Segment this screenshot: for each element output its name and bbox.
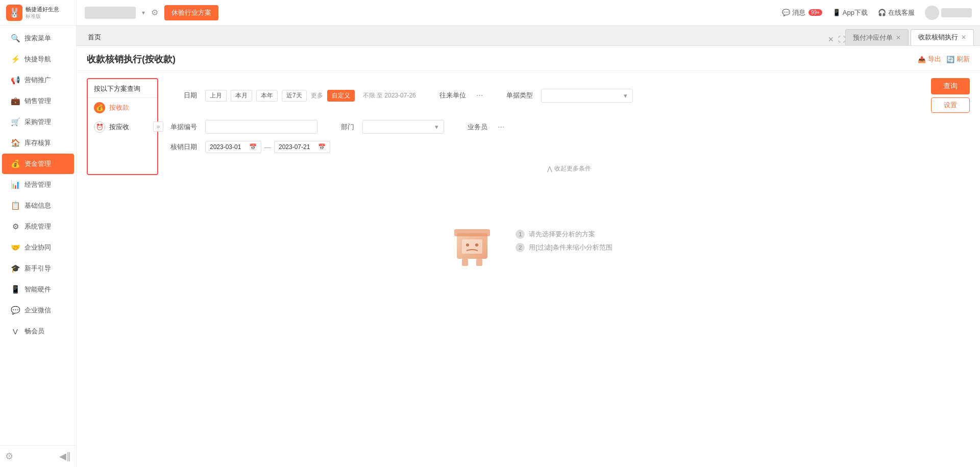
nav-icon-9: ⚙ (10, 222, 20, 232)
partner-more-dots[interactable]: ··· (476, 91, 483, 100)
sidebar-item-采购管理[interactable]: 🛒采购管理 (2, 112, 74, 132)
sidebar-item-库存核算[interactable]: 🏠库存核算 (2, 133, 74, 153)
empty-state: 1 请先选择要分析的方案 2 用[过滤]条件来缩小分析范围 (77, 182, 980, 300)
filter-main: 日期 上月 本月 本年 近7天 更多 自定义 不限 至 2023-07-26 往… (168, 78, 970, 175)
nav-icon-11: 🎓 (10, 263, 20, 274)
sidebar-item-销售管理[interactable]: 💼销售管理 (2, 91, 74, 111)
online-service-item[interactable]: 🎧 在线客服 (878, 8, 915, 17)
filter-row-2: 单据编号 部门 ▾ 业务员 ··· (168, 120, 970, 134)
staff-label: 业务员 (468, 122, 487, 132)
step-num-1: 1 (516, 230, 525, 239)
tab-bar: 首页预付冲应付单✕收款核销执行✕ ✕ ⛶ (77, 26, 980, 46)
svg-point-4 (475, 243, 478, 247)
topbar-gear-icon[interactable]: ⚙ (151, 8, 158, 17)
tab-1[interactable]: 预付冲应付单✕ (845, 29, 909, 45)
sidebar-item-资金管理[interactable]: 💰资金管理 (2, 154, 74, 174)
page-title: 收款核销执行(按收款) (87, 53, 176, 65)
doc-number-label: 单据编号 (168, 122, 197, 132)
staff-more-dots[interactable]: ··· (498, 122, 504, 132)
calendar-icon-end: 📅 (318, 143, 326, 151)
header-actions: 📤 导出 🔄 刷新 (918, 55, 970, 64)
dept-select[interactable]: ▾ (362, 120, 444, 134)
collapse-up-icon: ⋀ (547, 165, 552, 173)
svg-rect-2 (462, 239, 482, 254)
collapse-sidebar-icon[interactable]: ◀‖ (59, 451, 71, 462)
sidebar-nav: 🔍搜索菜单⚡快捷导航📢营销推广💼销售管理🛒采购管理🏠库存核算💰资金管理📊经营管理… (0, 26, 76, 445)
sidebar-item-新手引导[interactable]: 🎓新手引导 (2, 258, 74, 279)
doc-number-input[interactable] (205, 120, 317, 134)
user-name (941, 8, 972, 17)
nav-icon-1: ⚡ (10, 54, 20, 64)
nav-icon-8: 📋 (10, 201, 20, 211)
sidebar-item-基础信息[interactable]: 📋基础信息 (2, 195, 74, 216)
sidebar-item-畅会员[interactable]: V畅会员 (2, 321, 74, 341)
sidebar-bottom: ⚙ ◀‖ (0, 445, 76, 467)
date-label: 日期 (168, 91, 197, 100)
nav-icon-2: 📢 (10, 75, 20, 85)
app-download-item[interactable]: 📱 App下载 (832, 8, 868, 17)
tab-close-1[interactable]: ✕ (896, 34, 901, 41)
query-button[interactable]: 查询 (931, 78, 970, 94)
messages-item[interactable]: 💬 消息 99+ (782, 8, 822, 17)
date-this-year[interactable]: 本年 (256, 90, 278, 102)
filter-option-by-receipt[interactable]: 💰 按收款 (88, 98, 157, 117)
empty-illustration (444, 213, 500, 269)
content-inner: 收款核销执行(按收款) 📤 导出 🔄 刷新 按以下方案查询 (77, 46, 980, 467)
date-last-month[interactable]: 上月 (205, 90, 227, 102)
topbar: ▾ ⚙ 休验行业方案 💬 消息 99+ 📱 App下载 🎧 在线客服 (77, 0, 980, 26)
sidebar-item-企业协同[interactable]: 🤝企业协同 (2, 237, 74, 258)
app-icon: 📱 (832, 9, 841, 16)
tab-close-2[interactable]: ✕ (961, 34, 966, 41)
empty-step-1: 1 请先选择要分析的方案 (516, 230, 595, 239)
chevron-down-icon: ▾ (624, 92, 627, 100)
expand-window-icon[interactable]: ⛶ (838, 35, 845, 43)
doc-type-label: 单据类型 (506, 91, 533, 100)
filter-actions: 查询 设置 (931, 78, 970, 113)
empty-step-2: 2 用[过滤]条件来缩小分析范围 (516, 243, 612, 252)
svg-rect-5 (462, 259, 468, 266)
user-area[interactable] (925, 6, 972, 20)
filter-area: 按以下方案查询 💰 按收款 ⏰ 按应收 » 日期 (77, 71, 980, 182)
message-icon: 💬 (782, 9, 790, 16)
sidebar: 🐰 畅捷通好生意 标准版 🔍搜索菜单⚡快捷导航📢营销推广💼销售管理🛒采购管理🏠库… (0, 0, 77, 467)
svg-rect-1 (454, 229, 490, 236)
export-button[interactable]: 📤 导出 (918, 55, 941, 64)
nav-icon-12: 📱 (10, 284, 20, 294)
sidebar-item-搜索菜单[interactable]: 🔍搜索菜单 (2, 28, 74, 48)
date-nolimit: 不限 至 2023-07-26 (363, 91, 416, 100)
doc-type-select[interactable]: ▾ (541, 89, 633, 103)
step-num-2: 2 (516, 243, 525, 252)
filter-sidebar-collapse[interactable]: » (153, 121, 163, 132)
filter-sidebar: 按以下方案查询 💰 按收款 ⏰ 按应收 » (87, 78, 158, 175)
topbar-chevron-icon[interactable]: ▾ (142, 9, 145, 16)
dept-chevron-icon: ▾ (435, 123, 438, 131)
date-this-month[interactable]: 本月 (231, 90, 252, 102)
sidebar-item-系统管理[interactable]: ⚙系统管理 (2, 216, 74, 237)
settings-icon[interactable]: ⚙ (5, 451, 13, 462)
receivable-icon: ⏰ (94, 121, 105, 133)
verify-date-start-input[interactable]: 2023-03-01 📅 (205, 141, 261, 153)
sidebar-item-企业微信[interactable]: 💬企业微信 (2, 300, 74, 321)
tab-0[interactable]: 首页 (81, 29, 108, 45)
filter-option-by-receivable[interactable]: ⏰ 按应收 (88, 117, 157, 137)
nav-icon-5: 🏠 (10, 138, 20, 148)
nav-icon-7: 📊 (10, 180, 20, 190)
industry-button[interactable]: 休验行业方案 (164, 5, 218, 20)
date-custom[interactable]: 自定义 (327, 90, 355, 102)
sidebar-item-经营管理[interactable]: 📊经营管理 (2, 175, 74, 195)
nav-icon-13: 💬 (10, 305, 20, 315)
refresh-button[interactable]: 🔄 刷新 (946, 55, 970, 64)
tab-2[interactable]: 收款核销执行✕ (911, 29, 974, 45)
nav-icon-14: V (10, 326, 20, 336)
date-more[interactable]: 更多 (311, 91, 323, 100)
avatar (925, 6, 939, 20)
sidebar-item-营销推广[interactable]: 📢营销推广 (2, 70, 74, 90)
sidebar-item-快捷导航[interactable]: ⚡快捷导航 (2, 49, 74, 69)
verify-date-end-input[interactable]: 2023-07-21 📅 (274, 141, 330, 153)
settings-button[interactable]: 设置 (931, 97, 970, 113)
close-window-icon[interactable]: ✕ (828, 35, 834, 43)
filter-row-3: 核销日期 2023-03-01 📅 — 2023-07-21 📅 (168, 141, 970, 153)
collapse-conditions-btn[interactable]: ⋀ 收起更多条件 (168, 162, 970, 175)
date-7days[interactable]: 近7天 (282, 90, 307, 102)
sidebar-item-智能硬件[interactable]: 📱智能硬件 (2, 279, 74, 300)
